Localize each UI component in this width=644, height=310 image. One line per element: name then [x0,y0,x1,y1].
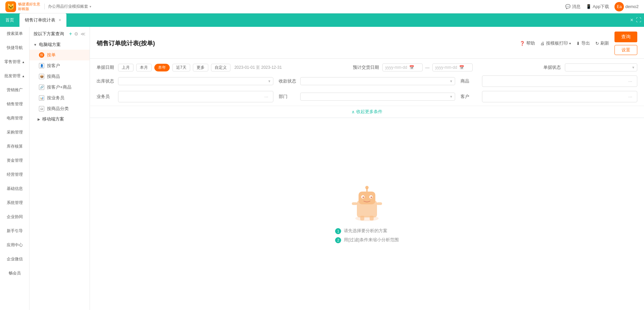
sidebar-item-system[interactable]: 系统管理 [0,196,29,210]
empty-illustration [347,182,387,222]
tab-sales-stat[interactable]: 销售订单统计表 × [19,13,66,27]
ship-status-select[interactable]: ▾ [118,77,273,85]
sidebar-item-newguide[interactable]: 新手引导 [0,224,29,238]
export-icon: ⬇ [576,41,580,46]
mobile-arrow-icon: ▶ [38,117,40,121]
subtitle[interactable]: 办公用品行业模拟账套 ▾ [44,4,91,9]
scheme-item-by-order[interactable]: 按 按单 [30,50,90,60]
sidebar-item-finance[interactable]: 资金管理 [0,154,29,168]
sidebar-item-ecommerce[interactable]: 电商管理 [0,111,29,125]
scheme-item-by-category[interactable]: 🗂 按商品分类 [30,103,90,114]
filter-row-2: 出库状态 ▾ 收款状态 ▾ [97,75,637,87]
scheme-item-by-cust-goods[interactable]: 🔗 按客户+商品 [30,82,90,93]
collect-status-select[interactable]: ▾ [300,77,455,85]
robot-svg [347,182,387,222]
sidebar-item-member[interactable]: 畅会员 [0,266,29,280]
scheme-item-by-goods[interactable]: 📦 按商品 [30,71,90,82]
sidebar-item-appcenter[interactable]: 应用中心 [0,238,29,252]
main-panel: 销售订单统计表(按单) ❓ 帮助 🖨 按模板打印 ▾ ⬇ 导出 [90,27,644,310]
customer-dots-icon[interactable]: ··· [626,93,634,101]
sidebar-item-sales[interactable]: 销售管理 [0,97,29,111]
date-filter: 上月 本月 本年 近7天 更多 自定义 2023-01-01 至 2023-12… [118,64,282,71]
last7-btn[interactable]: 近7天 [172,64,190,71]
goods-label: 商品 [461,78,479,84]
main-layout: 搜索菜单 快捷导航 零售管理 ▲ 批发管理 ▲ 营销推广 销售管理 电商管理 采 [0,27,644,310]
scheme-item-by-salesman[interactable]: 📊 按业务员 [30,93,90,103]
app-download-action[interactable]: 📱 App下载 [586,4,609,10]
set-button[interactable]: 设置 [614,45,637,55]
retail-arrow-icon: ▲ [22,60,25,64]
goods-dots-icon[interactable]: ··· [626,77,634,85]
mobile-group: ▶ 移动端方案 [30,114,90,124]
this-month-btn[interactable]: 本月 [136,64,152,71]
sidebar-item-operation[interactable]: 经营管理 [0,168,29,182]
sidebar-item-marketing[interactable]: 营销推广 [0,83,29,97]
tab-home[interactable]: 首页 [0,13,19,27]
logo-icon: 🐱 [5,1,16,12]
scheme-icon-customer: 👤 [39,63,44,68]
tab-bar-actions: × ⛶ [630,17,644,23]
sidebar-item-retail[interactable]: 零售管理 ▲ [0,55,29,69]
collapse-bar[interactable]: ∧ 收起更多条件 [90,106,644,117]
salesman-dots-icon[interactable]: ··· [262,93,270,101]
salesman-select[interactable]: ··· [118,91,273,102]
window-expand-icon[interactable]: ⛶ [636,17,641,23]
empty-area: 1 请先选择要分析的方案 2 用[过滤]条件来缩小分析范围 [90,118,644,310]
dept-select[interactable]: ▾ [300,93,455,101]
sidebar-item-shortcut[interactable]: 快捷导航 [0,41,29,55]
mobile-group-title[interactable]: ▶ 移动端方案 [34,114,90,124]
help-action[interactable]: ❓ 帮助 [520,40,535,46]
expected-date-start[interactable]: yyyy-mm-dd 📅 [382,63,423,71]
user-area[interactable]: Ea demo2 [614,2,639,11]
svg-rect-10 [377,202,382,205]
more-btn[interactable]: 更多 [193,64,208,71]
window-close-icon[interactable]: × [630,17,633,23]
customer-select[interactable]: ··· [482,91,637,102]
scheme-group-pc: ▼ 电脑端方案 按 按单 👤 按客户 📦 按商品 🔗 按客户+商品 [30,40,90,114]
custom-btn[interactable]: 自定义 [211,64,230,71]
svg-rect-12 [370,216,374,220]
doc-status-select[interactable]: ▾ [565,63,637,71]
ship-status-label: 出库状态 [97,78,115,84]
panel-header-actions: + ⚙ ≪ [69,31,86,37]
sidebar-item-enterprise[interactable]: 企业协同 [0,210,29,224]
page-title: 销售订单统计表(按单) [97,39,155,47]
export-action[interactable]: ⬇ 导出 [576,40,590,46]
collect-status-label: 收款状态 [279,78,298,84]
add-scheme-icon[interactable]: + [69,31,72,37]
sidebar-item-inventory[interactable]: 库存核算 [0,140,29,154]
wholesale-arrow-icon: ▲ [22,74,25,78]
print-action[interactable]: 🖨 按模板打印 ▾ [540,40,571,46]
tip-2-num: 2 [335,237,341,243]
ship-status-arrow-icon: ▾ [268,79,270,84]
date-dash: — [425,65,430,70]
sidebar-item-search[interactable]: 搜索菜单 [0,27,29,41]
print-arrow-icon: ▾ [569,42,571,45]
sidebar-item-purchase[interactable]: 采购管理 [0,125,29,140]
scheme-group-title[interactable]: ▼ 电脑端方案 [30,40,90,50]
scheme-item-by-customer[interactable]: 👤 按客户 [30,60,90,71]
doc-date-label: 单据日期 [97,64,115,70]
this-year-btn[interactable]: 本年 [154,64,170,71]
scheme-icon-salesman: 📊 [39,95,44,101]
message-action[interactable]: 💬 消息 [565,4,581,10]
collapse-panel-icon[interactable]: ≪ [80,31,86,37]
sidebar-item-wechat[interactable]: 企业微信 [0,252,29,266]
filter-row-1: 单据日期 上月 本月 本年 近7天 更多 自定义 2023-01-01 至 20… [97,63,637,71]
query-button[interactable]: 查询 [614,32,637,42]
scheme-icon-cust-goods: 🔗 [39,85,44,90]
sidebar-item-wholesale[interactable]: 批发管理 ▲ [0,69,29,83]
tab-bar: 首页 销售订单统计表 × × ⛶ [0,13,644,27]
last-month-btn[interactable]: 上月 [118,64,133,71]
doc-status-label: 单据状态 [543,64,562,70]
empty-tip-2: 2 用[过滤]条件来缩小分析范围 [335,237,398,243]
empty-tips: 1 请先选择要分析的方案 2 用[过滤]条件来缩小分析范围 [335,228,398,246]
salesman-label: 业务员 [97,94,115,100]
print-icon: 🖨 [540,41,545,46]
tab-close-icon[interactable]: × [59,18,61,22]
settings-scheme-icon[interactable]: ⚙ [74,31,78,37]
sidebar-item-basic[interactable]: 基础信息 [0,182,29,196]
goods-select[interactable]: ··· [482,75,637,87]
refresh-action[interactable]: ↻ 刷新 [595,40,609,46]
expected-date-end[interactable]: yyyy-mm-dd 📅 [432,63,473,71]
